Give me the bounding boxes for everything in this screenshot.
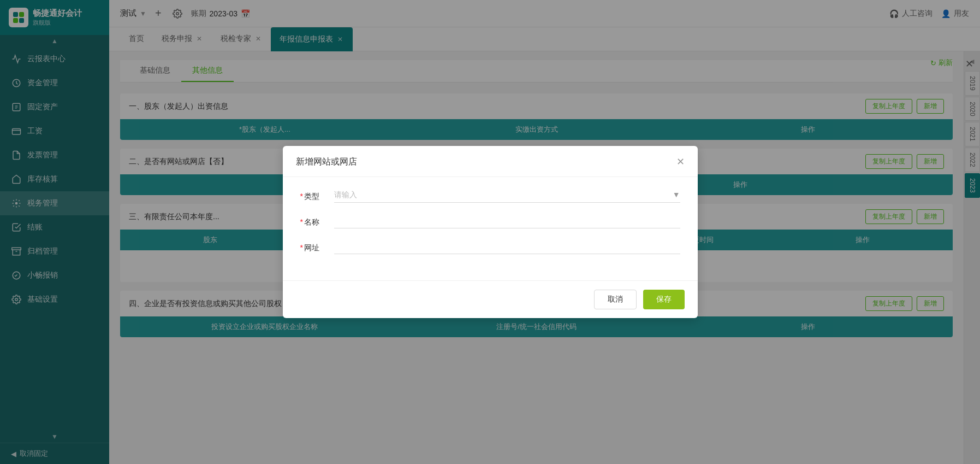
form-item-name: *名称 [300, 216, 680, 228]
modal-close-button[interactable]: ✕ [676, 156, 685, 168]
type-input[interactable] [334, 190, 673, 199]
url-input-wrap [334, 242, 680, 254]
name-label: *名称 [300, 218, 328, 227]
name-input[interactable] [334, 216, 680, 225]
modal-body: *类型 ▼ *名称 *网址 [283, 177, 698, 280]
modal-title: 新增网站或网店 [296, 156, 357, 168]
modal-header: 新增网站或网店 ✕ [283, 146, 698, 177]
dropdown-arrow-icon[interactable]: ▼ [673, 190, 680, 199]
type-label: *类型 [300, 192, 328, 202]
name-input-wrap [334, 216, 680, 228]
form-item-type: *类型 ▼ [300, 190, 680, 203]
cancel-button[interactable]: 取消 [594, 290, 637, 309]
url-input[interactable] [334, 242, 680, 250]
type-input-wrap: ▼ [334, 190, 680, 203]
modal-footer: 取消 保存 [283, 280, 698, 318]
form-item-url: *网址 [300, 242, 680, 254]
url-label: *网址 [300, 243, 328, 253]
modal-dialog: 新增网站或网店 ✕ *类型 ▼ *名称 [283, 146, 698, 318]
modal-overlay[interactable]: 新增网站或网店 ✕ *类型 ▼ *名称 [0, 0, 980, 464]
save-button[interactable]: 保存 [643, 290, 685, 309]
